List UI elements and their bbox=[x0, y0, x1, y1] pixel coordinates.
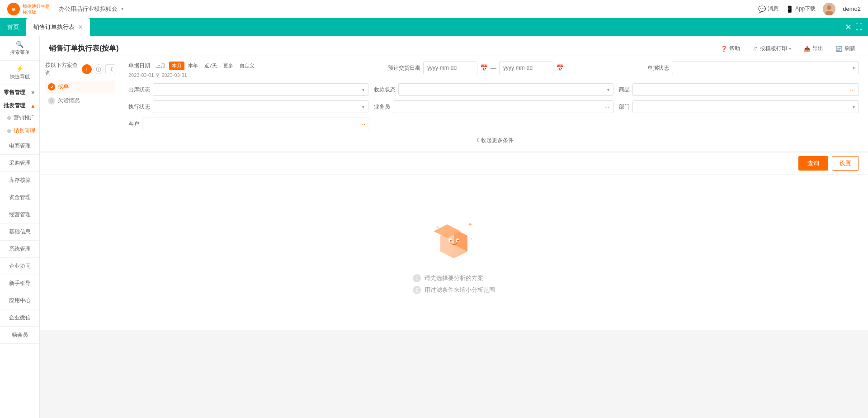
app-download-button[interactable]: 📱 App下载 bbox=[786, 5, 816, 13]
wholesale-arrow-icon: ▲ bbox=[30, 103, 36, 109]
filter-panel: 按以下方案查询 + i 《 按单 bbox=[40, 56, 868, 152]
filter-row-2: 出库状态 ▾ 收款状态 ▾ 商品 bbox=[128, 83, 859, 96]
nav-arrow-icon[interactable]: ▾ bbox=[121, 6, 124, 12]
sidebar-item-inventory[interactable]: 库存核算 bbox=[0, 172, 39, 189]
export-icon: 📤 bbox=[804, 46, 811, 52]
sidebar-item-member[interactable]: 畅会员 bbox=[0, 327, 39, 344]
cal-icon-start[interactable]: 📅 bbox=[480, 64, 488, 71]
user-name[interactable]: demo2 bbox=[843, 5, 861, 12]
department-select[interactable]: ▾ bbox=[632, 100, 859, 113]
date-tabs-row: 单据日期 上月 本月 本年 近7天 更多 自定义 bbox=[128, 62, 382, 70]
print-button[interactable]: 🖨 按模板打印 ▾ bbox=[749, 43, 795, 54]
tab-home[interactable]: 首页 bbox=[0, 18, 26, 36]
svg-point-20 bbox=[457, 240, 459, 242]
delivery-date-start-input[interactable] bbox=[423, 62, 477, 74]
filter-ship-status: 出库状态 ▾ bbox=[128, 83, 368, 96]
department-label: 部门 bbox=[619, 103, 630, 111]
message-button[interactable]: 💬 消息 bbox=[758, 5, 778, 13]
ship-status-select[interactable]: ▾ bbox=[153, 83, 368, 96]
customer-dots[interactable]: ··· bbox=[360, 120, 366, 128]
date-tab-this-month[interactable]: 本月 bbox=[169, 62, 184, 70]
salesperson-label: 业务员 bbox=[374, 103, 390, 111]
add-plan-button[interactable]: + bbox=[82, 64, 92, 74]
delivery-date-label: 预计交货日期 bbox=[388, 64, 420, 72]
sidebar-item-search[interactable]: 🔍 搜索菜单 bbox=[0, 36, 39, 61]
sidebar-item-corp[interactable]: 企业协同 bbox=[0, 258, 39, 275]
svg-text:✦: ✦ bbox=[470, 237, 473, 241]
edit-plan-button[interactable]: i bbox=[94, 64, 104, 74]
export-button[interactable]: 📤 导出 bbox=[800, 43, 827, 54]
help-button[interactable]: ❓ 帮助 bbox=[717, 43, 744, 54]
tab-close-icon[interactable]: ✕ bbox=[78, 24, 83, 30]
tab-sales-order[interactable]: 销售订单执行表 ✕ bbox=[26, 18, 90, 36]
collapse-plan-button[interactable]: 《 bbox=[105, 64, 115, 74]
collapse-button[interactable]: 《 收起更多条件 bbox=[474, 137, 514, 144]
filter-row-3: 执行状态 ▾ 业务员 ··· 部门 bbox=[128, 100, 859, 113]
filter-department: 部门 ▾ bbox=[619, 100, 859, 113]
sidebar-item-purchase[interactable]: 采购管理 bbox=[0, 155, 39, 172]
sidebar-item-finance[interactable]: 资金管理 bbox=[0, 189, 39, 206]
sidebar-item-corpwechat[interactable]: 企业微信 bbox=[0, 309, 39, 327]
customer-input-area[interactable]: ··· bbox=[142, 118, 369, 130]
refresh-button[interactable]: 🔄 刷新 bbox=[832, 43, 859, 54]
sidebar-item-operations[interactable]: 经营管理 bbox=[0, 206, 39, 223]
appstore-label: 应用中心 bbox=[9, 297, 31, 304]
window-maximize-icon[interactable]: ⛶ bbox=[855, 23, 863, 31]
finance-label: 资金管理 bbox=[9, 194, 31, 201]
page-header-actions: ❓ 帮助 🖨 按模板打印 ▾ 📤 导出 🔄 刷新 bbox=[717, 43, 859, 54]
window-minimize-icon[interactable]: ✕ bbox=[845, 22, 852, 32]
settings-button[interactable]: 设置 bbox=[832, 156, 859, 171]
date-tab-this-year[interactable]: 本年 bbox=[185, 62, 201, 70]
order-status-select[interactable]: ▾ bbox=[672, 62, 859, 74]
payment-status-select[interactable]: ▾ bbox=[398, 83, 614, 96]
sidebar-item-ecommerce[interactable]: 电商管理 bbox=[0, 138, 39, 155]
goods-input-area[interactable]: ··· bbox=[632, 83, 859, 96]
sidebar-item-wholesale[interactable]: 批发管理 ▲ bbox=[0, 98, 39, 111]
app-icon: 📱 bbox=[786, 5, 793, 13]
date-tab-more[interactable]: 更多 bbox=[221, 62, 236, 70]
sidebar-item-basic[interactable]: 基础信息 bbox=[0, 223, 39, 241]
plan-item-by-order[interactable]: 按单 bbox=[45, 81, 115, 93]
plan-item-shortage[interactable]: ! 欠货情况 bbox=[45, 95, 115, 107]
collapse-arrow-icon: 《 bbox=[474, 137, 479, 144]
filter-right-panel: 单据日期 上月 本月 本年 近7天 更多 自定义 2023-03-01 至 20… bbox=[121, 62, 868, 152]
date-tab-custom[interactable]: 自定义 bbox=[237, 62, 257, 70]
sidebar-item-newbie[interactable]: 新手引导 bbox=[0, 275, 39, 292]
tab-bar: 首页 销售订单执行表 ✕ ✕ ⛶ bbox=[0, 18, 868, 36]
cal-icon-end[interactable]: 📅 bbox=[556, 64, 564, 71]
goods-dots[interactable]: ··· bbox=[849, 86, 855, 93]
help-label: 帮助 bbox=[729, 45, 740, 52]
sidebar-sub-sales[interactable]: 销售管理 bbox=[0, 124, 39, 138]
payment-status-arrow-icon: ▾ bbox=[607, 87, 609, 92]
nav-title: 办公用品行业模拟账套 bbox=[59, 5, 118, 13]
top-nav-left: 畅 畅捷通好生意 标准版 办公用品行业模拟账套 ▾ bbox=[7, 3, 124, 15]
goods-label: 商品 bbox=[619, 86, 630, 94]
empty-tip-1: 1 请先选择要分析的方案 bbox=[413, 274, 495, 282]
sidebar-sub-marketing[interactable]: 营销推广 bbox=[0, 111, 39, 124]
date-range-display: 2023-03-01 至 2023-03-31 bbox=[128, 72, 382, 79]
sidebar-search-label: 搜索菜单 bbox=[10, 49, 30, 56]
sidebar-item-quicknav[interactable]: ⚡ 快捷导航 bbox=[0, 61, 39, 85]
query-button[interactable]: 查询 bbox=[798, 156, 828, 171]
salesperson-dots[interactable]: ··· bbox=[604, 103, 610, 110]
collapse-row: 《 收起更多条件 bbox=[128, 135, 859, 146]
date-separator: — bbox=[491, 65, 496, 71]
logo-icon: 畅 bbox=[7, 3, 20, 15]
date-label: 单据日期 bbox=[128, 62, 150, 70]
salesperson-input-area[interactable]: ··· bbox=[393, 100, 614, 113]
date-tab-last-month[interactable]: 上月 bbox=[153, 62, 168, 70]
tip-2-number: 2 bbox=[413, 286, 421, 294]
purchase-label: 采购管理 bbox=[9, 159, 31, 167]
sidebar-item-appstore[interactable]: 应用中心 bbox=[0, 292, 39, 309]
exec-status-select[interactable]: ▾ bbox=[153, 100, 368, 113]
sidebar-item-system[interactable]: 系统管理 bbox=[0, 241, 39, 258]
sidebar-item-retail[interactable]: 零售管理 ▼ bbox=[0, 85, 39, 98]
refresh-icon: 🔄 bbox=[836, 46, 843, 52]
page-title: 销售订单执行表(按单) bbox=[49, 44, 119, 53]
filter-exec-status: 执行状态 ▾ bbox=[128, 100, 368, 113]
empty-state: ✦ ✦ ✦ 1 请先选择要分析的方案 2 bbox=[40, 175, 868, 330]
marketing-label: 营销推广 bbox=[14, 114, 35, 122]
action-bar: 查询 设置 bbox=[40, 152, 868, 174]
delivery-date-end-input[interactable] bbox=[499, 62, 553, 74]
date-tab-7days[interactable]: 近7天 bbox=[202, 62, 220, 70]
